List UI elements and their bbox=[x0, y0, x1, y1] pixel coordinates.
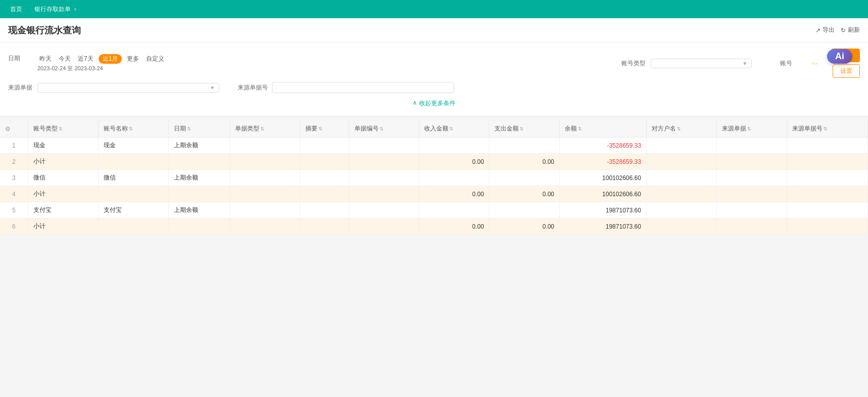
cell-summary bbox=[300, 170, 349, 186]
settings-button[interactable]: 设置 bbox=[833, 64, 860, 78]
cell-expense bbox=[489, 138, 560, 154]
close-icon[interactable]: × bbox=[74, 7, 77, 12]
cell-doc_no bbox=[349, 138, 419, 154]
date-shortcut-近1月[interactable]: 近1月 bbox=[99, 54, 122, 64]
col-header-balance[interactable]: 余额⇅ bbox=[560, 120, 647, 138]
table-row: 3微信微信上期余额100102606.60 bbox=[0, 170, 868, 186]
table-header: ⚙账号类型⇅账号名称⇅日期⇅单据类型⇅摘要⇅单据编号⇅收入金额⇅支出金额⇅余额⇅… bbox=[0, 120, 868, 138]
cell-date bbox=[168, 218, 230, 235]
refresh-button[interactable]: ↻ 刷新 bbox=[841, 26, 860, 34]
cell-counterpart bbox=[647, 138, 717, 154]
filter-row-1: 日期 昨天今天近7天近1月更多自定义 2023-02-24 至 2023-03-… bbox=[8, 49, 860, 78]
cell-account_type: 微信 bbox=[28, 170, 98, 186]
cell-date bbox=[168, 154, 230, 170]
header-bar: 现金银行流水查询 ↗ 导出 ↻ 刷新 bbox=[0, 18, 868, 42]
cell-doc_type bbox=[230, 218, 300, 235]
col-label-counterpart: 对方户名 bbox=[652, 125, 676, 132]
source-doc-label: 来源单据 bbox=[8, 83, 33, 92]
date-shortcut-更多[interactable]: 更多 bbox=[125, 54, 141, 64]
col-header-expense[interactable]: 支出金额⇅ bbox=[489, 120, 560, 138]
cell-source_doc_no bbox=[787, 186, 867, 202]
col-header-doc_type[interactable]: 单据类型⇅ bbox=[230, 120, 300, 138]
page-title: 现金银行流水查询 bbox=[8, 24, 81, 36]
cell-source_doc_no bbox=[787, 170, 867, 186]
col-label-date: 日期 bbox=[174, 125, 186, 132]
cell-expense: 0.00 bbox=[489, 186, 560, 202]
cell-account_name bbox=[98, 154, 168, 170]
col-header-source_doc[interactable]: 来源单据⇅ bbox=[716, 120, 787, 138]
gear-icon[interactable]: ⚙ bbox=[5, 125, 11, 133]
cell-balance: -3528659.33 bbox=[560, 138, 647, 154]
cell-doc_no bbox=[349, 154, 419, 170]
table-row: 5支付宝支付宝上期余额19871073.60 bbox=[0, 202, 868, 218]
cell-doc_type bbox=[230, 154, 300, 170]
cell-summary bbox=[300, 138, 349, 154]
collapse-label: 收起更多条件 bbox=[419, 99, 455, 108]
cell-doc_type bbox=[230, 186, 300, 202]
sort-icon-account_name: ⇅ bbox=[129, 126, 133, 131]
cell-source_doc bbox=[716, 138, 787, 154]
tab-bank-deposit[interactable]: 银行存取款单× bbox=[28, 0, 95, 18]
refresh-icon: ↻ bbox=[841, 27, 846, 34]
table-row: 4小计0.000.00100102606.60 bbox=[0, 186, 868, 202]
ai-assistant-button[interactable]: Ai bbox=[827, 49, 852, 64]
export-button[interactable]: ↗ 导出 bbox=[815, 26, 835, 34]
cell-account_name bbox=[98, 186, 168, 202]
col-header-account_name[interactable]: 账号名称⇅ bbox=[98, 120, 168, 138]
col-header-summary[interactable]: 摘要⇅ bbox=[300, 120, 349, 138]
date-shortcut-近7天[interactable]: 近7天 bbox=[76, 54, 96, 64]
sort-icon-summary: ⇅ bbox=[318, 126, 323, 131]
account-type-select[interactable]: ▼ bbox=[651, 59, 752, 68]
cell-seq: 3 bbox=[0, 170, 28, 186]
cell-seq: 2 bbox=[0, 154, 28, 170]
cell-account_type: 支付宝 bbox=[28, 202, 98, 218]
data-table: ⚙账号类型⇅账号名称⇅日期⇅单据类型⇅摘要⇅单据编号⇅收入金额⇅支出金额⇅余额⇅… bbox=[0, 120, 868, 235]
cell-account_name bbox=[98, 218, 168, 235]
cell-income: 0.00 bbox=[419, 154, 489, 170]
cell-source_doc bbox=[716, 154, 787, 170]
cell-account_name: 现金 bbox=[98, 138, 168, 154]
col-label-balance: 余额 bbox=[565, 125, 577, 132]
sort-icon-source_doc_no: ⇅ bbox=[824, 126, 828, 131]
cell-seq: 4 bbox=[0, 186, 28, 202]
date-shortcut-自定义[interactable]: 自定义 bbox=[144, 54, 166, 64]
source-doc-no-input[interactable] bbox=[272, 82, 454, 93]
sort-icon-doc_no: ⇅ bbox=[380, 126, 384, 131]
account-ellipsis-btn[interactable]: ··· bbox=[809, 59, 819, 67]
cell-doc_no bbox=[349, 170, 419, 186]
col-header-account_type[interactable]: 账号类型⇅ bbox=[28, 120, 98, 138]
collapse-bar[interactable]: ∧ 收起更多条件 bbox=[8, 97, 860, 110]
col-header-source_doc_no[interactable]: 来源单据号⇅ bbox=[787, 120, 867, 138]
cell-date: 上期余额 bbox=[168, 170, 230, 186]
header-actions: ↗ 导出 ↻ 刷新 bbox=[815, 26, 860, 34]
col-header-date[interactable]: 日期⇅ bbox=[168, 120, 230, 138]
col-header-counterpart[interactable]: 对方户名⇅ bbox=[647, 120, 717, 138]
col-header-income[interactable]: 收入金额⇅ bbox=[419, 120, 489, 138]
cell-doc_type bbox=[230, 202, 300, 218]
cell-account_name: 微信 bbox=[98, 170, 168, 186]
col-header-doc_no[interactable]: 单据编号⇅ bbox=[349, 120, 419, 138]
sort-icon-date: ⇅ bbox=[187, 126, 191, 131]
nav-tabs: 收款单×付款单×其他收入单×应收应付调整单×银行存取款单×预收冲应收单×收款核销… bbox=[28, 0, 95, 18]
account-type-label: 账号类型 bbox=[621, 59, 647, 68]
source-doc-chevron-icon: ▼ bbox=[210, 85, 215, 91]
table-row: 2小计0.000.00-3528659.33 bbox=[0, 154, 868, 170]
cell-source_doc_no bbox=[787, 202, 867, 218]
source-doc-select[interactable]: ▼ bbox=[37, 83, 219, 93]
cell-counterpart bbox=[647, 154, 717, 170]
cell-source_doc bbox=[716, 170, 787, 186]
cell-balance: 19871073.60 bbox=[560, 202, 647, 218]
col-label-summary: 摘要 bbox=[305, 125, 317, 132]
date-shortcut-昨天[interactable]: 昨天 bbox=[37, 54, 54, 64]
date-shortcut-今天[interactable]: 今天 bbox=[57, 54, 73, 64]
filter-row-2: 来源单据 ▼ 来源单据号 bbox=[8, 82, 860, 93]
cell-date bbox=[168, 186, 230, 202]
sort-icon-expense: ⇅ bbox=[520, 126, 524, 131]
cell-source_doc bbox=[716, 218, 787, 235]
sort-icon-account_type: ⇅ bbox=[59, 126, 63, 131]
sort-icon-doc_type: ⇅ bbox=[260, 126, 264, 131]
col-label-expense: 支出金额 bbox=[494, 125, 519, 132]
export-label: 导出 bbox=[823, 26, 835, 34]
nav-home[interactable]: 首页 bbox=[4, 0, 28, 18]
date-filter-col: 昨天今天近7天近1月更多自定义 2023-02-24 至 2023-03-24 bbox=[37, 54, 166, 72]
